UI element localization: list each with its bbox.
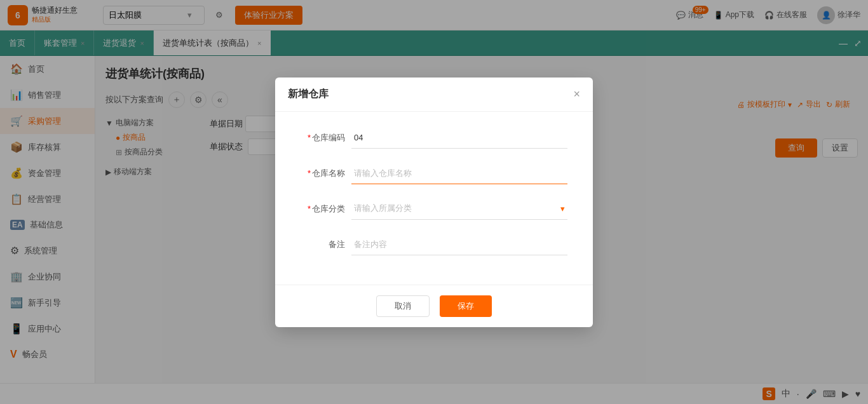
remark-row: 备注 <box>301 234 567 255</box>
cancel-button[interactable]: 取消 <box>376 295 430 317</box>
new-warehouse-modal: 新增仓库 × 仓库编码 仓库名称 仓库分类 请输入所属分类 ▾ <box>275 77 593 327</box>
modal-header: 新增仓库 × <box>275 77 593 112</box>
category-placeholder: 请输入所属分类 <box>354 203 412 214</box>
warehouse-name-row: 仓库名称 <box>301 163 567 184</box>
warehouse-name-label: 仓库名称 <box>301 168 351 179</box>
warehouse-code-input[interactable] <box>351 127 567 149</box>
modal-close-icon[interactable]: × <box>573 88 580 100</box>
warehouse-category-row: 仓库分类 请输入所属分类 ▾ <box>301 198 567 220</box>
modal-title: 新增仓库 <box>288 88 329 101</box>
save-button[interactable]: 保存 <box>440 295 492 317</box>
modal-overlay[interactable]: 新增仓库 × 仓库编码 仓库名称 仓库分类 请输入所属分类 ▾ <box>0 0 868 404</box>
category-dropdown-icon: ▾ <box>560 204 565 213</box>
warehouse-category-select[interactable]: 请输入所属分类 ▾ <box>351 198 567 220</box>
warehouse-code-label: 仓库编码 <box>301 132 351 144</box>
remark-label: 备注 <box>301 239 351 250</box>
warehouse-code-row: 仓库编码 <box>301 127 567 149</box>
warehouse-category-label: 仓库分类 <box>301 203 351 215</box>
warehouse-name-input[interactable] <box>351 163 567 184</box>
modal-body: 仓库编码 仓库名称 仓库分类 请输入所属分类 ▾ 备注 <box>275 112 593 285</box>
modal-footer: 取消 保存 <box>275 285 593 327</box>
remark-input[interactable] <box>351 234 567 255</box>
